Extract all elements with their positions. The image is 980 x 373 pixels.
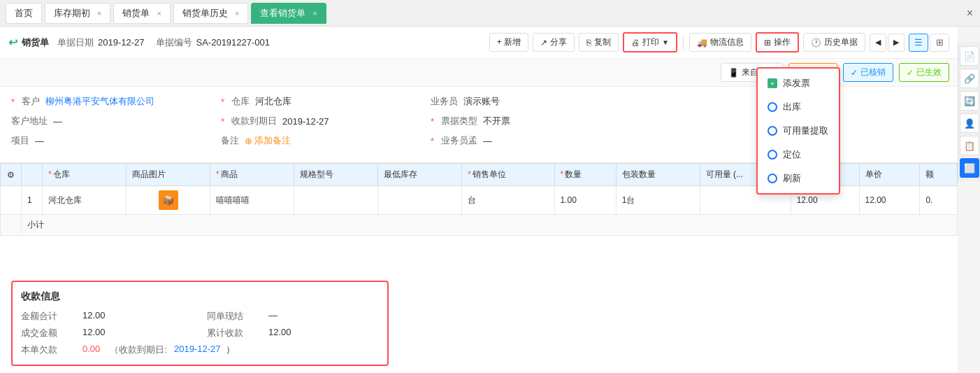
divider-1 — [683, 36, 684, 50]
history-label: 历史单据 — [824, 36, 858, 48]
sidebar-user-button[interactable]: 👤 — [960, 113, 979, 133]
view-toggle: ☰ ⊞ — [909, 34, 949, 52]
dropdown-available-extract[interactable]: 可用量提取 — [758, 119, 839, 143]
warehouse-col-header: *仓库 — [43, 164, 127, 186]
address-value: — — [53, 116, 62, 127]
share-label: 分享 — [550, 36, 567, 48]
outbound-label: 出库 — [783, 101, 801, 113]
deal-amount-label: 成交金额 — [21, 327, 77, 339]
doc-date-label: 单据日期 — [57, 36, 94, 49]
tab-inventory-label: 库存期初 — [54, 7, 90, 20]
same-settle-value: — — [268, 310, 278, 323]
sales-staff-required: * — [431, 136, 434, 146]
effective-label: 已生效 — [916, 66, 942, 78]
sales-staff-field: * 业务员孟 — — [431, 134, 626, 147]
dropdown-outbound[interactable]: 出库 — [758, 95, 839, 119]
tab-inventory-close[interactable]: × — [97, 9, 101, 17]
sidebar-doc-button[interactable]: 📄 — [960, 46, 979, 66]
add-invoice-icon: + — [768, 78, 777, 88]
prev-button[interactable]: ◀ — [870, 34, 886, 52]
cumulative-payment-label: 累计收款 — [207, 327, 263, 339]
new-button[interactable]: + 新增 — [489, 33, 528, 52]
add-remark-icon: ⊕ — [245, 136, 252, 146]
list-view-button[interactable]: ☰ — [909, 34, 928, 52]
customer-required: * — [11, 97, 15, 107]
share-button[interactable]: ↗ 分享 — [533, 33, 575, 52]
ticket-type-field: * 票据类型 不开票 — [431, 115, 626, 127]
print-label: 打印 — [642, 36, 659, 48]
doc-meta: 单据日期 2019-12-27 单据编号 SA-20191227-001 — [57, 36, 270, 49]
tab-sales-close[interactable]: × — [157, 9, 161, 17]
tab-sales-order[interactable]: 销货单 × — [113, 3, 170, 24]
tab-inventory-init[interactable]: 库存期初 × — [45, 3, 110, 24]
confirm-button[interactable]: ✓ 已核销 — [843, 63, 893, 82]
row-warehouse-cell: 河北仓库 — [43, 186, 127, 215]
unit-price-col-header: 单价 — [859, 164, 920, 186]
logistics-button[interactable]: 🚚 物流信息 — [689, 33, 751, 52]
arrears-value: 0.00 — [82, 344, 100, 356]
payment-date-field: * 收款到期日 2019-12-27 — [221, 115, 417, 127]
arrears-label: 本单欠款 — [21, 344, 77, 356]
customer-value[interactable]: 柳州粤港平安气体有限公司 — [45, 95, 154, 108]
row-product-cell: 嘻嘻嘻嘻 — [210, 186, 294, 215]
tab-history-close[interactable]: × — [235, 9, 239, 17]
remark-field: 备注 ⊕ 添加备注 — [221, 134, 417, 147]
tab-bar: 首页 库存期初 × 销货单 × 销货单历史 × 查看销货单 × × — [0, 0, 980, 27]
row-seq-cell: 1 — [22, 186, 43, 215]
qty-col-header: *数量 — [554, 164, 616, 186]
tab-view-close[interactable]: × — [312, 9, 317, 17]
footer-arrears-row: 本单欠款 0.00 （收款到期日: 2019-12-27 ） — [21, 344, 379, 356]
add-remark-button[interactable]: ⊕ 添加备注 — [245, 134, 291, 147]
sidebar-expand-button[interactable]: ⬜ — [960, 158, 979, 178]
row-unit-price-cell: 12.00 — [859, 186, 920, 215]
warehouse-value: 河北仓库 — [255, 95, 291, 108]
warehouse-field: * 仓库 河北仓库 — [221, 95, 417, 108]
tab-home[interactable]: 首页 — [6, 3, 42, 24]
phone-icon: 📱 — [728, 68, 739, 78]
print-dropdown-icon: ▼ — [662, 38, 669, 46]
ticket-required: * — [431, 116, 434, 127]
ticket-type-value: 不开票 — [483, 115, 510, 127]
add-remark-label: 添加备注 — [254, 134, 291, 147]
history-icon: 🕐 — [811, 38, 821, 48]
row-pack-qty-cell: 1台 — [616, 186, 700, 215]
effective-button[interactable]: ✓ 已生效 — [899, 63, 949, 82]
outbound-icon — [768, 102, 777, 112]
spec-col-header: 规格型号 — [294, 164, 378, 186]
copy-button[interactable]: ⎘ 复制 — [579, 33, 619, 52]
confirm-icon: ✓ — [851, 68, 858, 78]
row-unit-cell: 台 — [462, 186, 554, 215]
history-button[interactable]: 🕐 历史单据 — [803, 33, 865, 52]
operations-label: 操作 — [774, 36, 791, 48]
doc-date-value: 2019-12-27 — [98, 37, 145, 48]
tab-sales-history[interactable]: 销货单历史 × — [173, 3, 248, 24]
doc-number-field: 单据编号 SA-20191227-001 — [156, 36, 271, 49]
grid-view-button[interactable]: ⊞ — [930, 34, 949, 52]
arrears-due-date: 2019-12-27 — [174, 344, 221, 356]
tab-view-sales[interactable]: 查看销货单 × — [251, 3, 326, 24]
tab-sales-label: 销货单 — [122, 7, 150, 20]
settings-icon[interactable]: ⚙ — [7, 170, 15, 180]
tab-bar-close-button[interactable]: × — [967, 7, 973, 20]
logistics-label: 物流信息 — [710, 36, 744, 48]
arrears-close-paren: ） — [226, 344, 235, 356]
address-label: 客户地址 — [11, 115, 48, 127]
dropdown-locate[interactable]: 定位 — [758, 143, 839, 167]
sidebar-link-button[interactable]: 🔗 — [960, 69, 979, 88]
sales-staff-value: — — [483, 136, 492, 146]
project-field: 项目 — — [11, 134, 207, 147]
operations-button[interactable]: ⊞ 操作 — [756, 32, 799, 52]
project-label: 项目 — [11, 134, 29, 147]
next-button[interactable]: ▶ — [888, 34, 905, 52]
footer-grid: 金额合计 12.00 同单现结 — 成交金额 12.00 累计收款 12.00 … — [21, 310, 379, 356]
dropdown-refresh[interactable]: 刷新 — [758, 167, 839, 190]
sidebar-clipboard-button[interactable]: 📋 — [960, 136, 979, 155]
deal-amount-value: 12.00 — [82, 327, 106, 339]
sidebar-refresh-button[interactable]: 🔄 — [960, 91, 979, 111]
print-button[interactable]: 🖨 打印 ▼ — [623, 32, 677, 52]
confirm-label: 已核销 — [860, 66, 886, 78]
dropdown-add-invoice[interactable]: + 添发票 — [758, 71, 839, 95]
row-settings-cell — [1, 186, 22, 215]
nav-arrows: ◀ ▶ — [870, 34, 905, 52]
payment-date-required: * — [221, 116, 224, 127]
